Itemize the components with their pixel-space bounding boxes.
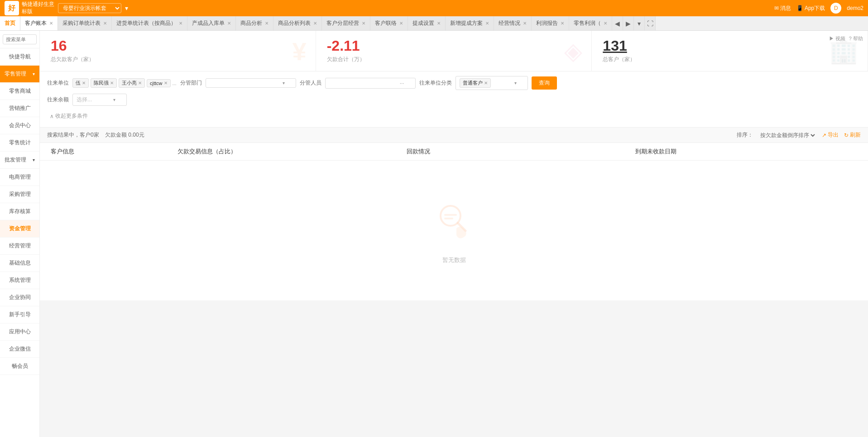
manager-filter-label: 分管人员	[300, 79, 321, 87]
unit-class-tag[interactable]: 普通客户 ✕	[460, 78, 491, 88]
sidebar-item-retail-stat[interactable]: 零售统计	[0, 134, 39, 152]
tab-purchase-order-stat[interactable]: 采购订单统计表 ✕	[58, 16, 112, 31]
unit-class-selector[interactable]: 普通客户 ✕ ▾	[456, 76, 528, 90]
col-repayment: 回款情况	[403, 147, 632, 156]
sidebar-item-newbie[interactable]: 新手引导	[0, 306, 39, 323]
tab-operation-status[interactable]: 经营情况 ✕	[494, 16, 532, 31]
help-btn[interactable]: ? 帮助	[849, 35, 863, 42]
tab-purchase-stat-product-close[interactable]: ✕	[179, 21, 182, 26]
app-download-btn[interactable]: 📱 App下载	[796, 5, 825, 12]
remove-unit-class-tag[interactable]: ✕	[484, 81, 488, 86]
tab-retail-profit[interactable]: 零售利润（ ✕	[569, 16, 612, 31]
filter-tag-wang[interactable]: 王小亮 ✕	[119, 78, 145, 88]
stat-icon-1: ¥	[293, 36, 307, 66]
sidebar-item-enterprise-collab[interactable]: 企业协同	[0, 289, 39, 306]
export-btn[interactable]: ↗ 导出	[822, 131, 839, 139]
logo-area: 好 畅捷通好生意 标版	[5, 1, 54, 15]
message-icon: ✉	[774, 5, 779, 11]
filter-row-2: 往来余额 选择... ▾	[47, 94, 861, 106]
sidebar: 快捷导航 零售管理▾ 零售商城 营销推广 会员中心 零售统计 批发管理▾ 电商管…	[0, 31, 40, 437]
sidebar-item-wholesale[interactable]: 批发管理▾	[0, 152, 39, 169]
tab-customer-contact-close[interactable]: ✕	[399, 21, 403, 26]
tab-operation-status-close[interactable]: ✕	[523, 21, 527, 26]
refresh-btn[interactable]: ↻ 刷新	[844, 131, 861, 139]
tab-product-stock[interactable]: 产成品入库单 ✕	[187, 16, 236, 31]
sidebar-item-purchase[interactable]: 采购管理	[0, 186, 39, 203]
collapse-icon: ∧	[50, 113, 54, 119]
sidebar-item-marketing[interactable]: 营销推广	[0, 100, 39, 117]
tab-promotion-settings[interactable]: 提成设置 ✕	[408, 16, 446, 31]
query-button[interactable]: 查询	[532, 76, 557, 90]
remove-tag-wang[interactable]: ✕	[138, 81, 142, 86]
tab-product-stock-close[interactable]: ✕	[227, 21, 231, 26]
tab-promotion-settings-close[interactable]: ✕	[437, 21, 441, 26]
video-btn[interactable]: ▶ 视频	[829, 35, 845, 42]
dept-selector[interactable]: ▾	[206, 78, 296, 88]
message-btn[interactable]: ✉ 消息	[774, 5, 791, 12]
sidebar-item-inventory[interactable]: 库存核算	[0, 203, 39, 220]
sidebar-item-operations[interactable]: 经营管理	[0, 238, 39, 255]
tab-fullscreen[interactable]: ⛶	[645, 16, 656, 31]
sidebar-item-member[interactable]: 会员中心	[0, 117, 39, 134]
sidebar-item-app-center[interactable]: 应用中心	[0, 323, 39, 341]
manager-selector[interactable]: ···	[325, 78, 416, 89]
balance-selector[interactable]: 选择... ▾	[72, 94, 127, 106]
sidebar-item-member2[interactable]: 畅会员	[0, 358, 39, 375]
sidebar-item-quick-nav[interactable]: 快捷导航	[0, 48, 39, 66]
tab-profit-report-close[interactable]: ✕	[561, 21, 564, 26]
sidebar-item-finance[interactable]: 资金管理	[0, 220, 39, 238]
tab-product-analysis-list[interactable]: 商品分析列表 ✕	[273, 16, 322, 31]
tab-retail-profit-close[interactable]: ✕	[604, 21, 607, 26]
sort-selector[interactable]: 按欠款金额倒序排序	[758, 132, 816, 139]
username-label: demo2	[847, 5, 863, 11]
sidebar-item-retail-mall[interactable]: 零售商城	[0, 83, 39, 100]
unit-class-dropdown-icon: ▾	[514, 81, 517, 86]
tab-product-analysis-close[interactable]: ✕	[265, 21, 269, 26]
remove-tag-cjttcw[interactable]: ✕	[164, 81, 168, 86]
tab-customer-account[interactable]: 客户账本 ✕	[20, 16, 58, 31]
video-icon: ▶	[829, 36, 834, 41]
collapse-btn[interactable]: ∧ 收起更多条件	[50, 112, 858, 120]
tab-customer-contact-label: 客户联络	[375, 19, 397, 27]
search-input[interactable]	[3, 34, 37, 44]
tab-new-promotion-plan[interactable]: 新增提成方案 ✕	[446, 16, 494, 31]
tab-product-analysis[interactable]: 商品分析 ✕	[236, 16, 273, 31]
arrow-icon-2: ▾	[33, 157, 35, 162]
tab-customer-account-close[interactable]: ✕	[49, 21, 53, 26]
company-dropdown-icon[interactable]: ▾	[125, 5, 128, 12]
tab-nav-menu[interactable]: ▾	[634, 16, 645, 31]
sidebar-item-system[interactable]: 系统管理	[0, 272, 39, 289]
sidebar-item-enterprise-wechat[interactable]: 企业微信	[0, 341, 39, 358]
tab-customer-tier[interactable]: 客户分层经营 ✕	[322, 16, 370, 31]
tab-new-promotion-plan-close[interactable]: ✕	[485, 21, 489, 26]
tab-customer-tier-close[interactable]: ✕	[362, 21, 365, 26]
tab-purchase-order-stat-close[interactable]: ✕	[103, 21, 107, 26]
stat-total-debt: ◈ -2.11 欠款合计（万）	[316, 31, 592, 71]
empty-state: 暂无数据	[40, 161, 868, 300]
manager-more-icon[interactable]: ···	[400, 80, 404, 86]
company-selector[interactable]: 母婴行业演示帐套	[58, 3, 121, 13]
filter-tag-wu[interactable]: 伍 ✕	[72, 78, 89, 88]
col-debt-info: 欠款交易信息（占比）	[174, 147, 403, 156]
tab-nav-prev[interactable]: ◀	[612, 16, 623, 31]
remove-tag-chen[interactable]: ✕	[110, 81, 114, 86]
tab-purchase-stat-product[interactable]: 进货单统计表（按商品） ✕	[112, 16, 187, 31]
tab-home[interactable]: 首页	[0, 16, 20, 31]
tab-product-analysis-list-close[interactable]: ✕	[313, 21, 317, 26]
sidebar-item-ecommerce[interactable]: 电商管理	[0, 169, 39, 186]
tab-profit-report[interactable]: 利润报告 ✕	[532, 16, 569, 31]
filter-tag-cjttcw[interactable]: cjttcw ✕	[147, 79, 171, 87]
avatar[interactable]: D	[830, 3, 841, 14]
remove-tag-wu[interactable]: ✕	[82, 81, 86, 86]
col-customer-info: 客户信息	[47, 147, 174, 156]
data-table: 客户信息 欠款交易信息（占比） 回款情况 到期未收款日期 暂	[40, 143, 868, 300]
filter-tag-chen[interactable]: 陈民强 ✕	[91, 78, 117, 88]
filter-more-tags[interactable]: ...	[173, 81, 177, 86]
tab-customer-contact[interactable]: 客户联络 ✕	[370, 16, 408, 31]
empty-text: 暂无数据	[442, 256, 466, 264]
sidebar-item-basic-info[interactable]: 基础信息	[0, 255, 39, 272]
sidebar-item-retail-mgmt[interactable]: 零售管理▾	[0, 66, 39, 83]
tab-nav-next[interactable]: ▶	[623, 16, 634, 31]
tab-customer-tier-label: 客户分层经营	[326, 19, 359, 27]
filter-row-1: 往来单位 伍 ✕ 陈民强 ✕ 王小亮 ✕ cjttcw	[47, 76, 861, 90]
